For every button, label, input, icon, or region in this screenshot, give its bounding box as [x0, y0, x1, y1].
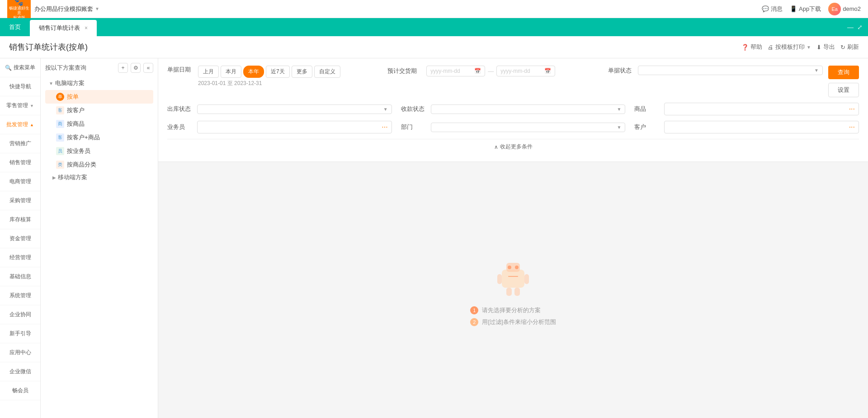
salesman-more-icon[interactable]: ··· [382, 123, 387, 131]
sidebar-item-guide[interactable]: 新手引导 [0, 324, 40, 343]
scheme-item-by-category[interactable]: 类 按商品分类 [45, 158, 153, 171]
svg-point-2 [508, 266, 511, 269]
template-print-button[interactable]: 🖨 按模板打印 ▼ [768, 43, 811, 51]
expected-date-from-input[interactable]: yyyy-mm-dd 📅 [426, 66, 485, 76]
sidebar-item-operations[interactable]: 经营管理 [0, 248, 40, 267]
sidebar-item-purchase[interactable]: 采购管理 [0, 191, 40, 210]
scheme-item-by-order[interactable]: 单 按单 [45, 90, 153, 104]
sidebar-item-shortcuts[interactable]: 快捷导航 [0, 77, 40, 96]
sidebar-item-retail[interactable]: 零售管理 ▼ [0, 96, 40, 115]
wholesale-chevron-icon: ▲ [30, 123, 34, 127]
breadcrumb[interactable]: 办公用品行业模拟账套 ▼ [34, 5, 99, 13]
maximize-icon[interactable]: ⤢ [857, 24, 863, 31]
sidebar-item-finance[interactable]: 资金管理 [0, 229, 40, 248]
tab-close-icon[interactable]: × [85, 25, 88, 31]
svg-rect-6 [506, 288, 512, 296]
sidebar-item-wholesale[interactable]: 批发管理 ▲ [0, 115, 40, 134]
tabbar-actions: — ⤢ [847, 24, 868, 31]
system-label: 系统管理 [9, 292, 31, 299]
out-status-label: 出库状态 [167, 105, 194, 113]
by-category-icon: 类 [56, 161, 64, 169]
salesman-label: 业务员 [167, 123, 194, 131]
tabbar: 首页 销售订单统计表 × — ⤢ [0, 18, 868, 36]
goods-more-icon[interactable]: ··· [849, 105, 855, 113]
by-order-label: 按单 [67, 93, 79, 101]
by-category-label: 按商品分类 [67, 161, 96, 169]
breadcrumb-chevron-icon: ▼ [95, 6, 99, 11]
collapse-panel-button[interactable]: « [143, 63, 153, 73]
sidebar-item-search[interactable]: 🔍 搜索菜单 [0, 58, 40, 77]
page-title: 销售订单统计表(按单) [9, 42, 88, 58]
receive-status-select[interactable]: ▼ [431, 104, 626, 114]
date-btn-this-year[interactable]: 本年 [243, 66, 264, 78]
sidebar-item-system[interactable]: 系统管理 [0, 286, 40, 305]
status-select[interactable]: ▼ [638, 66, 823, 75]
left-panel-header: 按以下方案查询 + ⚙ « [45, 63, 153, 73]
by-customer-icon: 客 [56, 106, 64, 114]
help-button[interactable]: ❓ 帮助 [741, 43, 762, 51]
sidebar-item-basic-info[interactable]: 基础信息 [0, 267, 40, 286]
empty-state-illustration [491, 254, 536, 299]
messages-button[interactable]: 💬 消息 [762, 5, 783, 13]
settings-button[interactable]: 设置 [828, 83, 859, 97]
refresh-label: 刷新 [847, 43, 859, 51]
export-label: 导出 [823, 43, 835, 51]
scheme-item-by-customer-goods[interactable]: 客 按客户+商品 [45, 131, 153, 144]
out-status-select[interactable]: ▼ [197, 104, 392, 114]
tab-home-label: 首页 [9, 23, 21, 31]
scheme-item-by-salesman[interactable]: 员 按业务员 [45, 144, 153, 158]
user-profile[interactable]: Ea demo2 [828, 3, 861, 15]
empty-tips: 1 请先选择要分析的方案 2 用[过滤]条件来缩小分析范围 [470, 306, 556, 326]
expected-date-to-input[interactable]: yyyy-mm-dd 📅 [496, 66, 555, 76]
topbar-left: 🐾 畅捷通好生意 标准版 办公用品行业模拟账套 ▼ [7, 0, 99, 18]
scheme-item-by-customer[interactable]: 客 按客户 [45, 104, 153, 117]
sidebar-item-member[interactable]: 畅会员 [0, 381, 40, 400]
scheme-item-by-goods[interactable]: 商 按商品 [45, 117, 153, 131]
minimize-icon[interactable]: — [847, 24, 854, 31]
date-btn-this-month[interactable]: 本月 [221, 66, 241, 78]
date-btn-7days[interactable]: 近7天 [266, 66, 290, 78]
sidebar-item-marketing[interactable]: 营销推广 [0, 134, 40, 153]
scheme-settings-button[interactable]: ⚙ [131, 63, 141, 73]
collapse-filter-button[interactable]: ∧ 收起更多条件 [167, 139, 859, 154]
tab-home[interactable]: 首页 [0, 18, 30, 36]
chevron-right-icon: ▶ [52, 175, 56, 180]
search-icon: 🔍 [5, 65, 12, 71]
date-btn-more[interactable]: 更多 [292, 66, 312, 78]
customer-label: 客户 [634, 123, 661, 131]
add-scheme-button[interactable]: + [118, 63, 128, 73]
date-btn-last-month[interactable]: 上月 [198, 66, 219, 78]
collapse-icon: ∧ [494, 144, 498, 150]
by-customer-label: 按客户 [67, 106, 85, 114]
customer-more-icon[interactable]: ··· [849, 123, 855, 131]
ecommerce-label: 电商管理 [9, 178, 31, 185]
workspace: 按以下方案查询 + ⚙ « ▼ 电脑端方案 单 按单 客 按客户 [41, 58, 868, 418]
topbar: 🐾 畅捷通好生意 标准版 办公用品行业模拟账套 ▼ 💬 消息 📱 App下载 E… [0, 0, 868, 18]
tip-text-1: 请先选择要分析的方案 [482, 306, 541, 314]
date-btn-custom[interactable]: 自定义 [314, 66, 340, 78]
sidebar-item-app-center[interactable]: 应用中心 [0, 343, 40, 362]
sidebar-item-enterprise-wechat[interactable]: 企业微信 [0, 362, 40, 381]
out-status-chevron-icon: ▼ [383, 107, 388, 112]
retail-chevron-icon: ▼ [30, 104, 34, 108]
export-button[interactable]: ⬇ 导出 [816, 43, 835, 51]
refresh-button[interactable]: ↻ 刷新 [840, 43, 859, 51]
sidebar-item-inventory[interactable]: 库存核算 [0, 210, 40, 229]
expected-date-from-placeholder: yyyy-mm-dd [430, 68, 460, 74]
finance-label: 资金管理 [9, 235, 31, 242]
sidebar-item-enterprise[interactable]: 企业协同 [0, 305, 40, 324]
logo: 🐾 畅捷通好生意 标准版 [7, 0, 31, 18]
svg-rect-7 [514, 288, 520, 296]
pc-group-header[interactable]: ▼ 电脑端方案 [45, 76, 153, 90]
sidebar-item-ecommerce[interactable]: 电商管理 [0, 172, 40, 191]
right-panel: 单据日期 上月 本月 本年 近7天 更多 自定义 2023-01-01 至 20… [158, 58, 868, 418]
query-button[interactable]: 查询 [828, 66, 859, 79]
chevron-down-icon: ▼ [49, 81, 53, 86]
mobile-group-header[interactable]: ▶ 移动端方案 [45, 171, 153, 183]
basic-info-label: 基础信息 [9, 273, 31, 280]
app-download-button[interactable]: 📱 App下载 [790, 5, 821, 13]
sidebar-item-sales[interactable]: 销售管理 [0, 153, 40, 172]
by-cust-goods-icon: 客 [56, 133, 64, 142]
department-select[interactable]: ▼ [431, 123, 626, 132]
tab-current[interactable]: 销售订单统计表 × [30, 20, 97, 36]
